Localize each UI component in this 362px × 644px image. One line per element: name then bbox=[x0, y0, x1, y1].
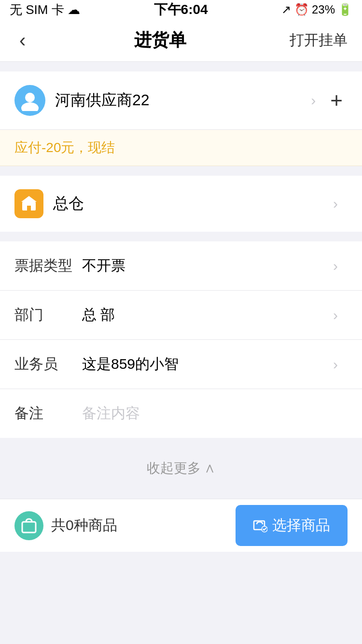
department-label: 部门 bbox=[14, 305, 77, 325]
staff-value: 这是859的小智 bbox=[77, 354, 333, 374]
open-pending-button[interactable]: 打开挂单 bbox=[290, 30, 348, 50]
product-count: 共0种商品 bbox=[51, 516, 236, 535]
select-product-button[interactable]: 选择商品 bbox=[236, 505, 348, 546]
supplier-avatar bbox=[14, 85, 45, 116]
warehouse-icon bbox=[14, 189, 43, 218]
svg-marker-3 bbox=[21, 196, 37, 202]
page-title: 进货单 bbox=[134, 28, 186, 52]
warehouse-chevron-icon: › bbox=[333, 196, 338, 212]
warehouse-name: 总仓 bbox=[53, 193, 333, 214]
bottom-bar: 共0种商品 选择商品 bbox=[0, 499, 362, 552]
invoice-type-label: 票据类型 bbox=[14, 256, 77, 276]
remark-label: 备注 bbox=[14, 404, 77, 423]
invoice-type-row[interactable]: 票据类型 不开票 › bbox=[0, 241, 362, 291]
supplier-row[interactable]: 河南供应商22 › + bbox=[0, 71, 362, 130]
signal-text: 无 SIM 卡 ☁ bbox=[10, 1, 80, 18]
collapse-button[interactable]: 收起更多 ∧ bbox=[0, 448, 362, 489]
back-button[interactable]: ‹ bbox=[14, 25, 30, 56]
notice-banner: 应付-20元，现结 bbox=[0, 130, 362, 166]
svg-point-0 bbox=[25, 93, 35, 102]
add-supplier-button[interactable]: + bbox=[325, 88, 348, 112]
form-section: 票据类型 不开票 › 部门 总 部 › 业务员 这是859的小智 › 备注 备注… bbox=[0, 241, 362, 438]
battery-icon: ↗ ⏰ bbox=[281, 3, 309, 16]
supplier-name: 河南供应商22 bbox=[55, 90, 311, 111]
dept-chevron-icon: › bbox=[333, 307, 338, 323]
department-value: 总 部 bbox=[77, 305, 333, 325]
staff-label: 业务员 bbox=[14, 354, 77, 374]
warehouse-row[interactable]: 总仓 › bbox=[0, 176, 362, 232]
select-product-label: 选择商品 bbox=[272, 516, 330, 535]
page-background bbox=[0, 552, 362, 644]
separator-2 bbox=[0, 166, 362, 176]
warehouse-section: 总仓 › bbox=[0, 176, 362, 232]
separator-1 bbox=[0, 62, 362, 71]
supplier-section: 河南供应商22 › + 应付-20元，现结 bbox=[0, 71, 362, 166]
staff-chevron-icon: › bbox=[333, 356, 338, 373]
status-right: ↗ ⏰ 23% 🔋 bbox=[281, 3, 352, 16]
product-icon bbox=[14, 511, 43, 540]
battery-bar-icon: 🔋 bbox=[338, 3, 352, 16]
nav-bar: ‹ 进货单 打开挂单 bbox=[0, 19, 362, 62]
status-bar: 无 SIM 卡 ☁ 下午6:04 ↗ ⏰ 23% 🔋 bbox=[0, 0, 362, 19]
svg-rect-5 bbox=[22, 522, 36, 532]
invoice-type-value: 不开票 bbox=[77, 256, 333, 276]
select-product-icon bbox=[253, 518, 267, 533]
remark-row[interactable]: 备注 备注内容 bbox=[0, 389, 362, 438]
svg-rect-4 bbox=[27, 206, 31, 210]
remark-input[interactable]: 备注内容 bbox=[77, 404, 348, 423]
svg-point-1 bbox=[21, 102, 39, 111]
invoice-chevron-icon: › bbox=[333, 258, 338, 274]
chevron-right-icon: › bbox=[311, 92, 316, 109]
department-row[interactable]: 部门 总 部 › bbox=[0, 291, 362, 340]
status-time: 下午6:04 bbox=[154, 0, 208, 19]
battery-text: 23% bbox=[312, 3, 335, 16]
staff-row[interactable]: 业务员 这是859的小智 › bbox=[0, 340, 362, 389]
status-left: 无 SIM 卡 ☁ bbox=[10, 1, 80, 18]
